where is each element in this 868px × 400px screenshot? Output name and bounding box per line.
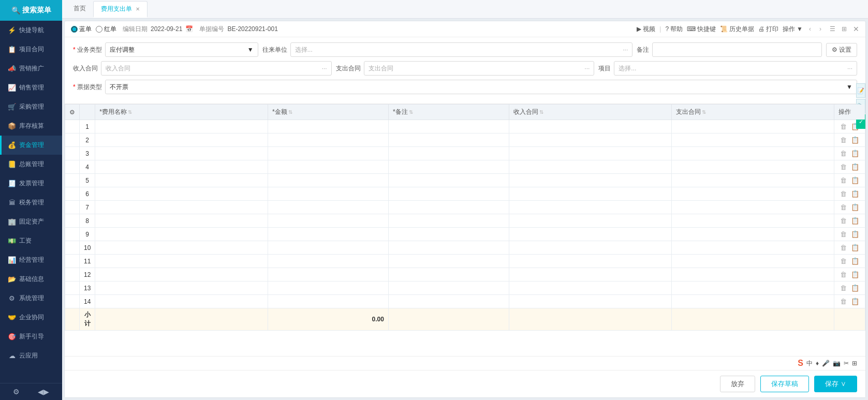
sidebar-item-guide[interactable]: 🎯 新手引导 (0, 327, 62, 346)
sidebar-item-sys[interactable]: ⚙ 系统管理 (0, 289, 62, 308)
calendar-icon[interactable]: 📅 (185, 25, 193, 33)
copy-icon[interactable]: 📋 (851, 217, 859, 225)
sidebar-bottom: ⚙ ◀▶ (0, 383, 62, 400)
remark-input[interactable] (652, 42, 822, 57)
settings-button[interactable]: ⚙ 设置 (826, 43, 857, 57)
delete-icon[interactable]: 🗑 (840, 284, 847, 292)
delete-icon[interactable]: 🗑 (840, 230, 847, 238)
delete-icon[interactable]: 🗑 (840, 244, 847, 251)
copy-icon[interactable]: 📋 (851, 163, 859, 171)
volume-icon[interactable]: ◀▶ (38, 388, 49, 396)
expense-contract-select[interactable]: 支出合同 ··· (364, 61, 595, 76)
delete-icon[interactable]: 🗑 (840, 136, 847, 144)
help-btn[interactable]: ? 帮助 (665, 25, 683, 34)
guide-icon: 🎯 (8, 333, 16, 341)
sidebar-search-label[interactable]: 搜索菜单 (22, 6, 51, 15)
save-draft-button[interactable]: 保存草稿 (760, 376, 809, 392)
sidebar-item-label: 系统管理 (19, 294, 44, 303)
delete-icon[interactable]: 🗑 (840, 217, 847, 225)
subtotal-value: 0.00 (268, 308, 388, 331)
delete-icon[interactable]: 🗑 (840, 163, 847, 171)
expense-more-icon[interactable]: ··· (584, 65, 590, 72)
copy-icon[interactable]: 📋 (851, 230, 859, 238)
next-btn[interactable]: › (817, 24, 823, 34)
delete-icon[interactable]: 🗑 (840, 257, 847, 265)
sort-icon[interactable]: ⇅ (702, 109, 706, 115)
grid-icon[interactable]: ⊞ (840, 24, 849, 34)
sidebar-item-invoice[interactable]: 🧾 发票管理 (0, 174, 62, 193)
partner-more-icon[interactable]: ··· (623, 46, 628, 53)
sort-icon[interactable]: ⇅ (539, 109, 543, 115)
sidebar-item-ops[interactable]: 📊 经营管理 (0, 250, 62, 270)
copy-icon[interactable]: 📋 (851, 136, 859, 144)
sidebar-item-project-contract[interactable]: 📋 项目合同 (0, 40, 62, 59)
copy-icon[interactable]: 📋 (851, 244, 859, 251)
sidebar-item-inventory[interactable]: 📦 库存核算 (0, 116, 62, 136)
tab-expense-form[interactable]: 费用支出单 ✕ (93, 1, 148, 18)
delete-icon[interactable]: 🗑 (840, 190, 847, 198)
th-gear[interactable]: ⚙ (65, 105, 80, 120)
copy-icon[interactable]: 📋 (851, 271, 859, 278)
sidebar-item-tax[interactable]: 🏛 税务管理 (0, 193, 62, 212)
th-income-contract: 收入合同 ⇅ (509, 105, 672, 120)
delete-icon[interactable]: 🗑 (840, 123, 847, 130)
business-type-select[interactable]: 应付调整 ▼ (105, 42, 258, 57)
partner-select[interactable]: 选择... ··· (290, 42, 633, 57)
sidebar-item-capital[interactable]: 💰 资金管理 (0, 136, 62, 155)
sidebar-item-marketing[interactable]: 📣 营销推广 (0, 59, 62, 78)
red-bill-radio[interactable]: 红单 (96, 25, 116, 34)
blue-bill-radio[interactable]: 蓝单 (71, 25, 92, 34)
tab-home[interactable]: 首页 (66, 1, 93, 17)
side-icon-1[interactable]: 📝 (856, 83, 865, 98)
sort-icon[interactable]: ⇅ (288, 109, 292, 115)
income-contract-select[interactable]: 收入合同 ··· (101, 61, 332, 76)
date-value[interactable]: 2022-09-21 (151, 25, 182, 33)
window-close-button[interactable]: ✕ (853, 25, 859, 33)
actions-btn[interactable]: 操作 ▼ (783, 25, 803, 34)
view-list-icon[interactable]: ☰ (828, 24, 837, 34)
project-label: 项目 (598, 64, 611, 73)
sidebar-item-cloud[interactable]: ☁ 云应用 (0, 346, 62, 365)
sidebar-item-sales[interactable]: 📈 销售管理 (0, 78, 62, 97)
sidebar-item-label: 销售管理 (19, 83, 44, 92)
video-btn[interactable]: ▶ 视频 (637, 25, 655, 34)
prev-btn[interactable]: ‹ (807, 24, 813, 34)
invoice-type-select[interactable]: 不开票 ▼ (105, 80, 857, 94)
history-btn[interactable]: 📜 历史单据 (720, 25, 754, 34)
delete-icon[interactable]: 🗑 (840, 271, 847, 278)
sidebar-item-quick-nav[interactable]: ⚡ 快捷导航 (0, 21, 62, 40)
copy-icon[interactable]: 📋 (851, 176, 859, 184)
sales-icon: 📈 (8, 84, 16, 92)
sidebar-item-enterprise[interactable]: 🤝 企业协同 (0, 308, 62, 327)
delete-icon[interactable]: 🗑 (840, 176, 847, 184)
copy-icon[interactable]: 📋 (851, 190, 859, 198)
settings-icon[interactable]: ⚙ (13, 388, 20, 396)
sidebar-item-fixed-assets[interactable]: 🏢 固定资产 (0, 212, 62, 231)
copy-icon[interactable]: 📋 (851, 257, 859, 265)
history-icon: 📜 (720, 25, 728, 33)
delete-icon[interactable]: 🗑 (840, 150, 847, 157)
sidebar-item-label: 工资 (19, 236, 32, 245)
project-select[interactable]: 选择... ··· (614, 61, 857, 76)
sort-icon[interactable]: ⇅ (409, 109, 413, 115)
sort-icon[interactable]: ⇅ (128, 109, 132, 115)
copy-icon[interactable]: 📋 (851, 203, 859, 211)
income-more-icon[interactable]: ··· (322, 65, 327, 72)
copy-icon[interactable]: 📋 (851, 298, 859, 305)
table-row: 1 🗑 📋 (65, 120, 865, 134)
table-row: 13 🗑 📋 (65, 282, 865, 295)
copy-icon[interactable]: 📋 (851, 150, 859, 157)
sidebar-item-purchase[interactable]: 🛒 采购管理 (0, 97, 62, 116)
delete-icon[interactable]: 🗑 (840, 203, 847, 211)
shortcut-btn[interactable]: ⌨ 快捷键 (687, 25, 716, 34)
sidebar-item-basic-info[interactable]: 📂 基础信息 (0, 270, 62, 289)
discard-button[interactable]: 放弃 (720, 376, 755, 392)
save-button[interactable]: 保存 ∨ (814, 376, 857, 392)
tab-close-icon[interactable]: ✕ (136, 6, 140, 12)
print-btn[interactable]: 🖨 打印 (758, 25, 778, 34)
sidebar-item-payroll[interactable]: 💵 工资 (0, 231, 62, 250)
project-more-icon[interactable]: ··· (847, 65, 852, 72)
delete-icon[interactable]: 🗑 (840, 298, 847, 305)
sidebar-item-accounting[interactable]: 📒 总账管理 (0, 155, 62, 174)
copy-icon[interactable]: 📋 (851, 284, 859, 292)
